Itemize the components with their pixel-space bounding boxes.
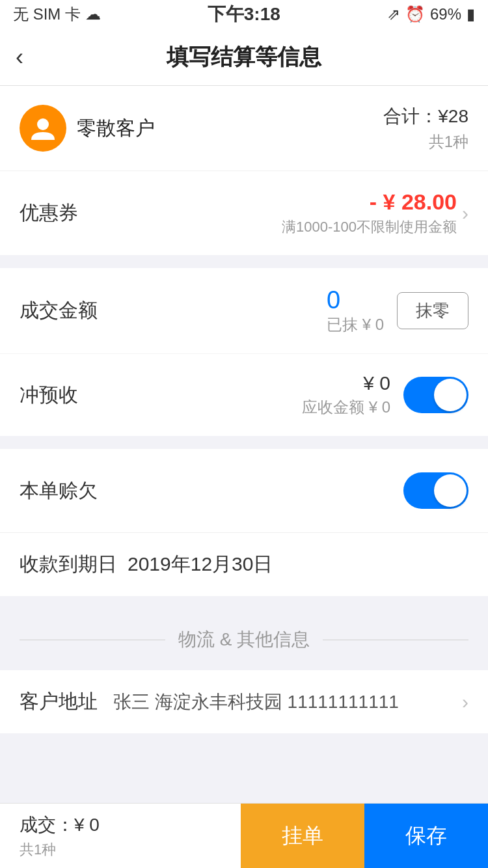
customer-left: 零散客户: [20, 105, 155, 152]
coupon-row[interactable]: 优惠券 - ¥ 28.00 满1000-100不限制使用金额 ›: [0, 170, 488, 255]
prepay-toggle[interactable]: [403, 377, 468, 413]
prepay-row: 冲预收 ¥ 0 应收金额 ¥ 0: [0, 354, 488, 436]
battery-icon: ▮: [467, 5, 475, 23]
due-date-label: 收款到期日: [20, 551, 117, 578]
toggle-knob: [434, 379, 467, 411]
credit-toggle-knob: [434, 474, 467, 507]
battery-text: 69%: [430, 5, 461, 23]
bottom-deal-label: 成交：: [20, 815, 74, 835]
prepay-label: 冲预收: [20, 382, 78, 409]
svg-point-0: [37, 118, 49, 130]
divider-line-right: [323, 640, 468, 640]
customer-row: 零散客户 合计：¥28 共1种: [0, 86, 488, 170]
coupon-discount: - ¥ 28.00: [282, 189, 457, 215]
deal-amount-row: 成交金额 0 已抹 ¥ 0 抹零: [0, 268, 488, 354]
deal-value: 0: [327, 286, 340, 314]
signal-text: 无 SIM 卡 ☁: [13, 4, 101, 25]
coupon-description: 满1000-100不限制使用金额: [282, 217, 457, 237]
due-date-row: 收款到期日 2019年12月30日: [0, 532, 488, 596]
address-section: 客户地址 张三 海淀永丰科技园 11111111111 ›: [0, 670, 488, 733]
amount-section: 成交金额 0 已抹 ¥ 0 抹零 冲预收 ¥ 0 应收金额 ¥ 0: [0, 268, 488, 436]
prepay-right: ¥ 0 应收金额 ¥ 0: [302, 372, 468, 418]
round-button[interactable]: 抹零: [397, 292, 468, 329]
alarm-icon: ⏰: [405, 5, 425, 23]
due-date-value: 2019年12月30日: [128, 551, 273, 578]
prepay-amount: ¥ 0: [302, 372, 390, 394]
deal-right: 0 已抹 ¥ 0 抹零: [327, 286, 468, 335]
prepay-info: ¥ 0 应收金额 ¥ 0: [302, 372, 390, 418]
credit-row: 本单赊欠: [0, 449, 488, 532]
nav-bar: ‹ 填写结算等信息: [0, 29, 488, 86]
page-title: 填写结算等信息: [167, 42, 321, 72]
status-time: 下午3:18: [208, 2, 280, 27]
avatar: [20, 105, 66, 152]
bottom-info: 成交：¥ 0 共1种: [0, 813, 241, 860]
status-bar: 无 SIM 卡 ☁ 下午3:18 ⇗ ⏰ 69% ▮: [0, 0, 488, 29]
status-left: 无 SIM 卡 ☁: [13, 4, 101, 25]
deal-sub: 已抹 ¥ 0: [327, 314, 384, 335]
coupon-info: - ¥ 28.00 满1000-100不限制使用金额: [282, 189, 457, 237]
divider-line-left: [20, 640, 165, 640]
address-label: 客户地址: [20, 688, 98, 715]
customer-right: 合计：¥28 共1种: [383, 104, 468, 152]
back-button[interactable]: ‹: [16, 44, 23, 71]
bottom-deal-value: ¥ 0: [74, 815, 100, 835]
save-button[interactable]: 保存: [364, 804, 488, 869]
bottom-deal-amount: 成交：¥ 0: [20, 813, 221, 837]
total-count: 共1种: [383, 131, 468, 152]
credit-toggle[interactable]: [403, 472, 468, 509]
coupon-right: - ¥ 28.00 满1000-100不限制使用金额 ›: [282, 189, 468, 237]
credit-section: 本单赊欠 收款到期日 2019年12月30日: [0, 449, 488, 596]
deal-label: 成交金额: [20, 297, 98, 324]
bottom-bar: 成交：¥ 0 共1种 挂单 保存: [0, 803, 488, 868]
address-chevron-icon: ›: [462, 691, 468, 713]
credit-label: 本单赊欠: [20, 478, 98, 504]
location-icon: ⇗: [387, 5, 400, 23]
address-value: 张三 海淀永丰科技园 11111111111: [113, 690, 462, 714]
address-row[interactable]: 客户地址 张三 海淀永丰科技园 11111111111 ›: [0, 670, 488, 733]
customer-name: 零散客户: [77, 115, 155, 142]
logistics-divider: 物流 & 其他信息: [0, 609, 488, 670]
bottom-count: 共1种: [20, 840, 221, 860]
total-price: 合计：¥28: [383, 104, 468, 129]
coupon-chevron-icon: ›: [462, 202, 468, 224]
coupon-label: 优惠券: [20, 200, 78, 226]
prepay-sub: 应收金额 ¥ 0: [302, 397, 390, 418]
status-right: ⇗ ⏰ 69% ▮: [387, 5, 475, 23]
customer-section: 零散客户 合计：¥28 共1种 优惠券 - ¥ 28.00 满1000-100不…: [0, 86, 488, 255]
logistics-title: 物流 & 其他信息: [178, 627, 310, 652]
hold-button[interactable]: 挂单: [241, 804, 364, 869]
